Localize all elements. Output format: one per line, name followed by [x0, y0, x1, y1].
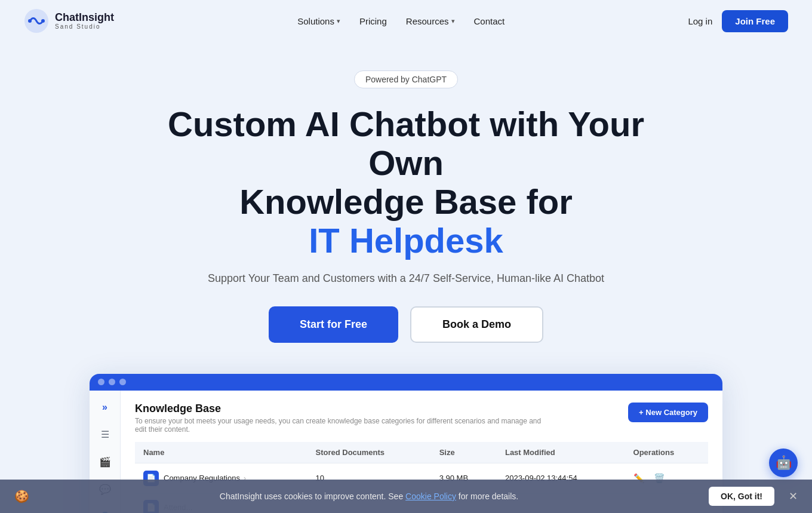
- col-modified: Last Modified: [497, 442, 625, 463]
- table-header-row: Name Stored Documents Size Last Modified…: [135, 442, 708, 463]
- col-name: Name: [135, 442, 307, 463]
- join-free-button[interactable]: Join Free: [722, 10, 788, 32]
- brand-sub: Sand Studio: [55, 23, 114, 30]
- nav-actions: Log in Join Free: [688, 10, 788, 32]
- nav-links: Solutions ▾ Pricing Resources ▾ Contact: [297, 16, 505, 26]
- sidebar-video-icon[interactable]: 🎬: [97, 454, 113, 471]
- hero-buttons: Start for Free Book a Demo: [269, 306, 543, 343]
- titlebar-dot-1: [98, 379, 104, 385]
- got-it-button[interactable]: OK, Got it!: [709, 487, 774, 506]
- col-ops: Operations: [625, 442, 708, 463]
- svg-point-1: [28, 19, 32, 23]
- chatbot-icon: 🤖: [776, 455, 792, 471]
- titlebar-dot-2: [109, 379, 115, 385]
- hero-section: Powered by ChatGPT Custom AI Chatbot wit…: [0, 42, 812, 374]
- start-free-button[interactable]: Start for Free: [269, 306, 398, 343]
- sidebar-expand-icon[interactable]: »: [97, 399, 113, 416]
- kb-header: Knowledge Base To ensure your bot meets …: [135, 403, 708, 434]
- logo[interactable]: ChatInsight Sand Studio: [24, 8, 114, 33]
- hero-title: Custom AI Chatbot with Your Own Knowledg…: [137, 105, 675, 260]
- powered-badge: Powered by ChatGPT: [354, 70, 458, 88]
- nav-item-solutions[interactable]: Solutions ▾: [297, 16, 340, 26]
- cookie-emoji: 🍪: [14, 489, 29, 503]
- hero-subtitle: Support Your Team and Customers with a 2…: [208, 272, 604, 285]
- book-demo-button[interactable]: Book a Demo: [410, 306, 543, 343]
- app-titlebar: [90, 374, 722, 391]
- svg-point-2: [41, 19, 45, 23]
- new-category-button[interactable]: + New Category: [628, 403, 708, 422]
- cookie-policy-link[interactable]: Cookie Policy: [405, 492, 456, 501]
- kb-header-left: Knowledge Base To ensure your bot meets …: [135, 403, 553, 434]
- navbar: ChatInsight Sand Studio Solutions ▾ Pric…: [0, 0, 812, 42]
- cookie-banner: 🍪 ChatInsight uses cookies to improve co…: [0, 480, 812, 513]
- nav-item-pricing[interactable]: Pricing: [359, 16, 387, 26]
- nav-item-resources[interactable]: Resources ▾: [406, 16, 455, 26]
- kb-description: To ensure your bot meets your usage need…: [135, 417, 553, 434]
- chatbot-button[interactable]: 🤖: [769, 449, 798, 477]
- login-button[interactable]: Log in: [688, 16, 712, 26]
- kb-title: Knowledge Base: [135, 403, 553, 415]
- titlebar-dot-3: [119, 379, 126, 385]
- brand-name: ChatInsight: [55, 12, 114, 24]
- cookie-text: ChatInsight uses cookies to improve cont…: [39, 492, 699, 501]
- cookie-close-button[interactable]: ✕: [789, 490, 798, 503]
- col-docs: Stored Documents: [307, 442, 430, 463]
- chevron-down-icon: ▾: [337, 17, 340, 25]
- logo-icon: [24, 8, 49, 33]
- chevron-down-icon: ▾: [451, 17, 455, 25]
- nav-item-contact[interactable]: Contact: [474, 16, 505, 26]
- col-size: Size: [431, 442, 497, 463]
- sidebar-kb-icon[interactable]: ☰: [97, 426, 113, 443]
